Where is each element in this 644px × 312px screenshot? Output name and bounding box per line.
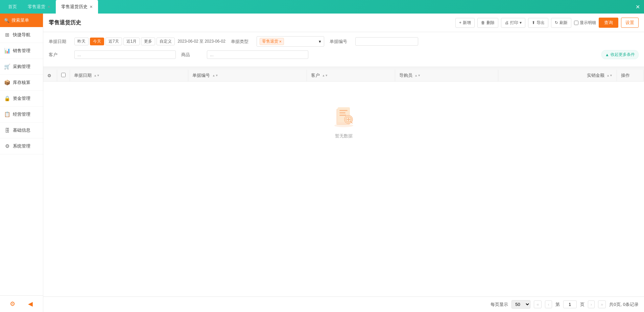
sidebar-item-purchase-mgmt[interactable]: 🛒 采购管理 [0, 59, 43, 75]
prev-page-button[interactable]: ‹ [545, 300, 552, 308]
total-info: 共0页, 0条记录 [609, 302, 639, 308]
table-container: ⚙ 单据日期 ▲▼ 单据编号 ▲▼ [43, 70, 644, 296]
date-options: 昨天 今天 近7天 近1月 更多 自定义 2023-06-02 至 2023-0… [74, 38, 225, 45]
export-button[interactable]: ⬆ 导出 [528, 18, 548, 28]
per-page-select[interactable]: 50 10 20 100 [511, 300, 530, 309]
next-page-button[interactable]: › [588, 300, 595, 308]
pagination-bar: 每页显示 50 10 20 100 « ‹ 第 页 › » 共0页, 0条记录 [43, 296, 644, 312]
svg-rect-3 [339, 110, 348, 111]
sidebar-item-label: 基础信息 [13, 127, 30, 133]
add-button[interactable]: + 新增 [455, 18, 475, 28]
sidebar-item-finance[interactable]: 🔒 资金管理 [0, 91, 43, 107]
top-bar: 首页 零售退货 ✕ 零售退货历史 ✕ ✕ [0, 0, 644, 14]
svg-rect-5 [339, 115, 346, 116]
empty-state: 暂无数据 [43, 82, 644, 153]
refresh-icon: ↻ [555, 20, 558, 25]
page-number-input[interactable] [563, 300, 577, 308]
page-header: 零售退货历史 + 新增 🗑 删除 🖨 打印 ▾ ⬆ 导出 [43, 14, 644, 32]
th-checkbox[interactable] [57, 70, 70, 82]
sidebar-item-operations[interactable]: 📋 经营管理 [0, 107, 43, 122]
sort-icon-doc-number: ▲▼ [212, 74, 218, 77]
print-button[interactable]: 🖨 打印 ▾ [501, 18, 525, 28]
finance-icon: 🔒 [4, 95, 10, 102]
tab-retail-return-close[interactable]: ✕ [47, 5, 50, 9]
date-btn-yesterday[interactable]: 昨天 [74, 38, 89, 45]
settings-bottom-icon[interactable]: ⚙ [8, 299, 17, 309]
filter-row-1: 单据日期 昨天 今天 近7天 近1月 更多 自定义 2023-06-02 至 2… [49, 36, 639, 47]
sort-icon-amount: ▲▼ [606, 74, 613, 77]
th-gear[interactable]: ⚙ [43, 70, 57, 82]
show-detail-checkbox-label[interactable]: 显示明细 [574, 20, 596, 26]
goods-dots: ... [210, 52, 214, 57]
refresh-button[interactable]: ↻ 刷新 [551, 18, 571, 28]
sort-icon-guide: ▲▼ [414, 74, 421, 77]
tab-retail-return[interactable]: 零售退货 ✕ [22, 0, 56, 14]
sidebar-item-inventory[interactable]: 📦 库存核算 [0, 75, 43, 91]
doc-type-select[interactable]: 零售退货 × ▾ [257, 36, 324, 47]
th-doc-number[interactable]: 单据编号 ▲▼ [188, 70, 307, 82]
th-doc-date[interactable]: 单据日期 ▲▼ [70, 70, 188, 82]
doc-number-input[interactable] [355, 37, 418, 46]
data-table: ⚙ 单据日期 ▲▼ 单据编号 ▲▼ [43, 70, 644, 82]
sidebar-item-label: 系统管理 [13, 143, 30, 149]
app-close-button[interactable]: ✕ [636, 4, 640, 10]
print-dropdown-icon: ▾ [520, 20, 522, 25]
collapse-sidebar-icon[interactable]: ◀ [26, 299, 35, 309]
content-area: 零售退货历史 + 新增 🗑 删除 🖨 打印 ▾ ⬆ 导出 [43, 14, 644, 312]
th-operation: 操作 [617, 70, 644, 82]
th-customer[interactable]: 客户 ▲▼ [307, 70, 395, 82]
query-button[interactable]: 查询 [599, 18, 618, 28]
purchase-mgmt-icon: 🛒 [4, 64, 10, 70]
date-btn-custom[interactable]: 自定义 [157, 38, 175, 45]
sidebar-item-label: 快捷导航 [13, 32, 30, 38]
sidebar-item-sales-mgmt[interactable]: 📊 销售管理 [0, 43, 43, 59]
system-mgmt-icon: ⚙ [4, 143, 10, 149]
inventory-icon: 📦 [4, 80, 10, 86]
per-page-label: 每页显示 [491, 302, 508, 308]
gear-icon: ⚙ [47, 73, 51, 78]
tab-retail-return-history[interactable]: 零售退货历史 ✕ [56, 0, 98, 14]
doc-number-label: 单据编号 [330, 39, 350, 45]
goods-select[interactable]: ... [207, 50, 308, 59]
sidebar: 🔍 搜索菜单 ⊞ 快捷导航 📊 销售管理 🛒 采购管理 📦 库存核算 🔒 [0, 14, 43, 312]
customer-filter-label: 客户 [49, 52, 69, 58]
page-label: 第 [555, 302, 560, 308]
doc-type-label: 单据类型 [231, 39, 251, 45]
delete-button[interactable]: 🗑 删除 [477, 18, 498, 28]
date-range-display: 2023-06-02 至 2023-06-02 [177, 39, 225, 44]
sidebar-item-basic-info[interactable]: 🗄 基础信息 [0, 122, 43, 138]
first-page-button[interactable]: « [534, 300, 542, 308]
collapse-filter-button[interactable]: ▲ 收起更多条件 [601, 50, 639, 59]
sales-mgmt-icon: 📊 [4, 48, 10, 54]
quick-nav-icon: ⊞ [4, 32, 10, 38]
customer-dots: ... [77, 52, 81, 57]
last-page-button[interactable]: » [598, 300, 606, 308]
add-icon: + [459, 20, 461, 25]
empty-text: 暂无数据 [335, 133, 353, 139]
sort-icon-doc-date: ▲▼ [94, 74, 100, 77]
sidebar-item-label: 资金管理 [13, 95, 30, 102]
date-btn-7days[interactable]: 近7天 [105, 38, 122, 45]
sidebar-item-label: 销售管理 [13, 48, 30, 54]
page-suffix: 页 [580, 302, 585, 308]
sidebar-item-system-mgmt[interactable]: ⚙ 系统管理 [0, 138, 43, 154]
date-btn-today[interactable]: 今天 [90, 38, 104, 45]
sidebar-item-label: 库存核算 [13, 80, 30, 86]
date-btn-1month[interactable]: 近1月 [123, 38, 140, 45]
th-guide[interactable]: 导购员 ▲▼ [395, 70, 498, 82]
select-all-checkbox[interactable] [61, 73, 66, 77]
customer-select[interactable]: ... [74, 50, 176, 59]
setting-button[interactable]: 设置 [621, 18, 639, 28]
doc-type-tag-close[interactable]: × [279, 39, 282, 44]
tab-retail-return-history-close[interactable]: ✕ [90, 5, 93, 9]
date-btn-more[interactable]: 更多 [141, 38, 155, 45]
empty-icon [330, 102, 357, 129]
page-title: 零售退货历史 [49, 19, 81, 26]
show-detail-checkbox[interactable] [574, 21, 578, 25]
tab-home[interactable]: 首页 [3, 0, 22, 14]
doc-type-tag: 零售退货 × [260, 38, 284, 45]
sidebar-item-quick-nav[interactable]: ⊞ 快捷导航 [0, 27, 43, 43]
sidebar-search[interactable]: 🔍 搜索菜单 [0, 14, 43, 27]
th-amount[interactable]: 实销金额 ▲▼ [498, 70, 617, 82]
sidebar-search-label: 搜索菜单 [11, 17, 29, 23]
